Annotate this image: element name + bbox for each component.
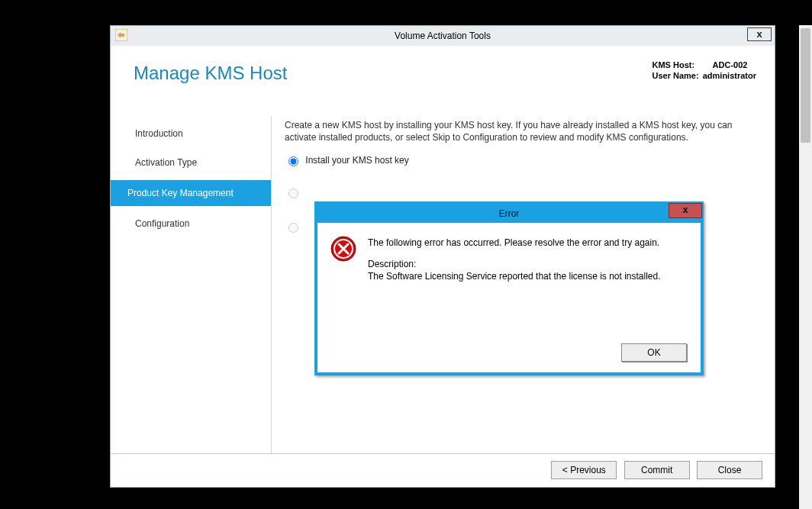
kms-host-value: ADC-002 [713, 60, 748, 70]
nav-item-configuration[interactable]: Configuration [126, 212, 256, 235]
error-description: The Software Licensing Service reported … [368, 270, 687, 282]
nav-item-activation-type[interactable]: Activation Type [126, 151, 256, 174]
error-icon [330, 235, 357, 263]
error-titlebar: Error x [317, 205, 701, 223]
nav-item-introduction[interactable]: Introduction [126, 122, 256, 145]
option-install-key[interactable]: Install your KMS host key [285, 154, 759, 166]
wizard-nav: Introduction Activation Type Product Key… [111, 116, 272, 453]
close-button[interactable]: Close [697, 461, 762, 479]
error-close-button[interactable]: x [669, 203, 702, 218]
previous-button[interactable]: < Previous [551, 461, 617, 479]
radio-install-key[interactable] [288, 156, 298, 166]
error-text: The following error has occurred. Please… [368, 237, 687, 282]
error-dialog: Error x The following error has occurred… [314, 201, 704, 375]
page-scrollbar[interactable] [799, 25, 812, 509]
intro-text: Create a new KMS host by installing your… [285, 119, 759, 143]
error-footer: OK [317, 339, 701, 372]
radio-hidden-1 [288, 188, 298, 198]
window-title: Volume Activation Tools [111, 26, 775, 46]
nav-item-product-key-management[interactable]: Product Key Management [111, 180, 271, 206]
error-title: Error [317, 205, 701, 223]
wizard-footer: < Previous Commit Close [111, 453, 775, 487]
page-title: Manage KMS Host [134, 63, 287, 84]
user-name-label: User Name: [652, 70, 699, 81]
user-name-value: administrator [703, 70, 756, 81]
connection-info: KMS Host: ADC-002 User Name: administrat… [652, 60, 757, 81]
kms-host-label: KMS Host: [652, 60, 706, 70]
window-close-button[interactable]: x [747, 27, 772, 41]
radio-hidden-2 [288, 223, 298, 233]
error-message: The following error has occurred. Please… [368, 237, 687, 249]
radio-install-key-label: Install your KMS host key [305, 155, 408, 166]
titlebar: Volume Activation Tools x [111, 26, 775, 47]
error-ok-button[interactable]: OK [621, 343, 687, 362]
page-header: Manage KMS Host KMS Host: ADC-002 User N… [111, 46, 775, 116]
error-description-label: Description: [368, 258, 687, 270]
scrollbar-thumb[interactable] [801, 28, 810, 143]
commit-button[interactable]: Commit [624, 461, 690, 479]
error-body: The following error has occurred. Please… [317, 223, 701, 339]
